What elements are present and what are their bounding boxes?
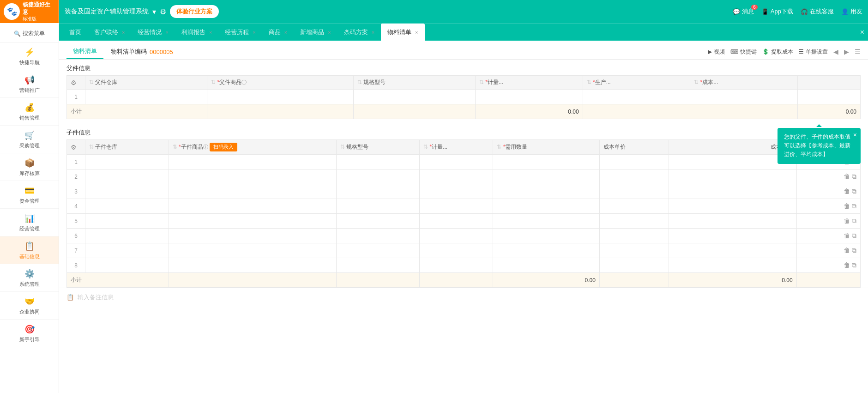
sidebar-item-finance[interactable]: 💳资金管理: [0, 181, 59, 209]
copy-icon-6[interactable]: ⧉: [852, 232, 856, 240]
nav-tab-customer[interactable]: 客户联络×: [88, 24, 131, 41]
settings-icon[interactable]: ⚙: [160, 7, 166, 16]
parent-warehouse[interactable]: [85, 90, 207, 104]
child-unit-cost-5[interactable]: [599, 214, 669, 229]
child-unit-1[interactable]: [420, 155, 493, 169]
delete-icon-3[interactable]: 🗑: [844, 187, 850, 195]
child-unit-cost-1[interactable]: [599, 155, 669, 169]
settings-action[interactable]: ☰ 单据设置: [799, 48, 828, 56]
header-message[interactable]: 💬6消息: [733, 7, 754, 16]
child-goods-1[interactable]: [169, 155, 336, 169]
child-goods-8[interactable]: [169, 258, 336, 273]
child-warehouse-7[interactable]: [85, 243, 169, 258]
child-th-settings[interactable]: ⚙: [67, 140, 85, 155]
parent-unit[interactable]: [475, 90, 583, 104]
child-quantity-3[interactable]: [493, 184, 600, 199]
child-warehouse-1[interactable]: [85, 155, 169, 169]
child-unit-cost-4[interactable]: [599, 199, 669, 214]
child-spec-2[interactable]: [336, 169, 420, 184]
nav-tab-bom[interactable]: 物料清单×: [381, 24, 424, 41]
sidebar-item-quick-nav[interactable]: ⚡快捷导航: [0, 42, 59, 70]
nav-tab-history[interactable]: 经营历程×: [218, 24, 262, 41]
child-spec-3[interactable]: [336, 184, 420, 199]
shortcut-action[interactable]: ⌨ 快捷键: [730, 48, 757, 56]
nav-tab-operation[interactable]: 经营情况×: [131, 24, 175, 41]
child-goods-7[interactable]: [169, 243, 336, 258]
delete-icon-4[interactable]: 🗑: [844, 202, 850, 210]
child-goods-3[interactable]: [169, 184, 336, 199]
child-warehouse-6[interactable]: [85, 229, 169, 243]
sidebar-item-purchase[interactable]: 🛒采购管理: [0, 126, 59, 153]
delete-icon-6[interactable]: 🗑: [844, 232, 850, 240]
tab-close-profit[interactable]: ×: [209, 30, 212, 35]
copy-icon-2[interactable]: ⧉: [852, 173, 856, 181]
tab-close-history[interactable]: ×: [253, 30, 255, 35]
tab-close-barcode[interactable]: ×: [372, 30, 374, 35]
child-goods-6[interactable]: [169, 229, 336, 243]
copy-icon-4[interactable]: ⧉: [852, 202, 856, 210]
pagination-next[interactable]: ▶: [844, 48, 849, 55]
child-unit-cost-8[interactable]: [599, 258, 669, 273]
parent-goods[interactable]: [207, 90, 354, 104]
tab-bom-list[interactable]: 物料清单: [66, 44, 103, 59]
tab-close-new-goods[interactable]: ×: [328, 30, 331, 35]
child-quantity-4[interactable]: [493, 199, 600, 214]
child-goods-5[interactable]: [169, 214, 336, 229]
sidebar-item-operations[interactable]: 📊经营管理: [0, 209, 59, 236]
nav-tab-profit[interactable]: 利润报告×: [175, 24, 218, 41]
child-spec-6[interactable]: [336, 229, 420, 243]
copy-icon-3[interactable]: ⧉: [852, 187, 856, 195]
child-spec-7[interactable]: [336, 243, 420, 258]
child-unit-cost-7[interactable]: [599, 243, 669, 258]
header-user[interactable]: 👤用友: [841, 7, 862, 16]
sidebar-item-system[interactable]: ⚙️系统管理: [0, 264, 59, 292]
child-unit-cost-3[interactable]: [599, 184, 669, 199]
child-unit-cost-2[interactable]: [599, 169, 669, 184]
child-quantity-1[interactable]: [493, 155, 600, 169]
child-unit-3[interactable]: [420, 184, 493, 199]
video-action[interactable]: ▶ 视频: [708, 48, 725, 56]
child-unit-4[interactable]: [420, 199, 493, 214]
sidebar-item-guide[interactable]: 🎯新手引导: [0, 320, 59, 347]
trial-button[interactable]: 体验行业方案: [170, 5, 219, 18]
child-spec-5[interactable]: [336, 214, 420, 229]
pagination-prev[interactable]: ◀: [833, 48, 838, 55]
search-menu-button[interactable]: 🔍 搜索菜单: [10, 28, 48, 39]
header-service[interactable]: 🎧在线客服: [801, 7, 834, 16]
nav-tab-home[interactable]: 首页: [63, 24, 88, 41]
child-warehouse-2[interactable]: [85, 169, 169, 184]
child-quantity-8[interactable]: [493, 258, 600, 273]
delete-icon-5[interactable]: 🗑: [844, 217, 850, 225]
scan-button[interactable]: 扫码录入: [210, 143, 237, 151]
child-quantity-2[interactable]: [493, 169, 600, 184]
note-placeholder[interactable]: 输入备注信息: [78, 293, 114, 302]
pagination-menu[interactable]: ☰: [855, 48, 861, 55]
tooltip-close-button[interactable]: ×: [853, 130, 857, 140]
child-warehouse-3[interactable]: [85, 184, 169, 199]
delete-icon-2[interactable]: 🗑: [844, 173, 850, 181]
child-unit-7[interactable]: [420, 243, 493, 258]
child-warehouse-8[interactable]: [85, 258, 169, 273]
nav-tab-new-goods[interactable]: 新增商品×: [294, 24, 337, 41]
dropdown-icon[interactable]: ▾: [152, 7, 156, 16]
copy-icon-5[interactable]: ⧉: [852, 217, 856, 225]
tab-close-customer[interactable]: ×: [122, 30, 125, 35]
copy-icon-8[interactable]: ⧉: [852, 261, 856, 269]
sidebar-search-area[interactable]: 🔍 搜索菜单: [0, 23, 59, 42]
close-all-tabs[interactable]: ×: [860, 28, 864, 36]
child-warehouse-4[interactable]: [85, 199, 169, 214]
sidebar-item-sales[interactable]: 💰销售管理: [0, 98, 59, 126]
delete-icon-8[interactable]: 🗑: [844, 261, 850, 269]
child-spec-4[interactable]: [336, 199, 420, 214]
tab-close-goods[interactable]: ×: [284, 30, 287, 35]
child-warehouse-5[interactable]: [85, 214, 169, 229]
tab-close-bom[interactable]: ×: [415, 30, 418, 35]
child-spec-8[interactable]: [336, 258, 420, 273]
parent-spec[interactable]: [353, 90, 475, 104]
child-goods-4[interactable]: [169, 199, 336, 214]
child-unit-8[interactable]: [420, 258, 493, 273]
parent-cost[interactable]: [690, 90, 798, 104]
child-goods-2[interactable]: [169, 169, 336, 184]
tab-close-operation[interactable]: ×: [165, 30, 168, 35]
child-quantity-5[interactable]: [493, 214, 600, 229]
